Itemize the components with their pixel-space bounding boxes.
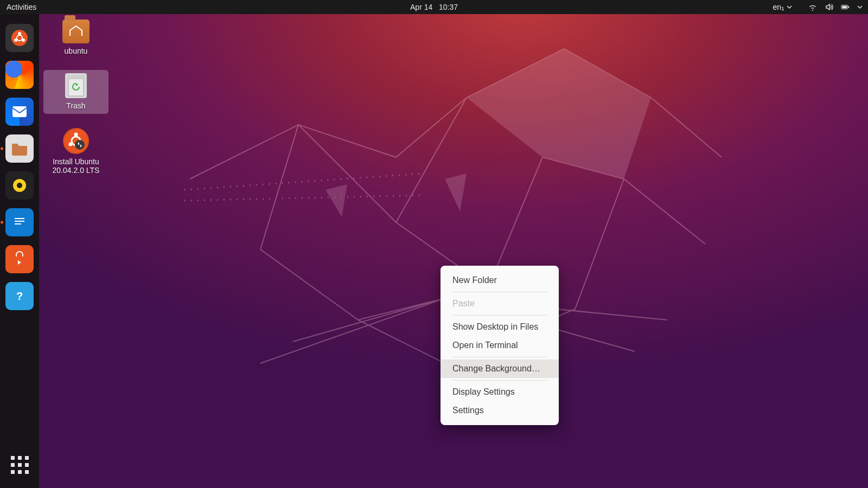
svg-rect-23 xyxy=(15,223,21,224)
battery-icon xyxy=(841,3,850,11)
folder-home-icon xyxy=(62,20,90,43)
svg-point-19 xyxy=(17,183,22,188)
thunderbird-icon[interactable] xyxy=(5,98,34,126)
menuitem-new-folder[interactable]: New Folder xyxy=(441,271,559,290)
menuitem-change-background[interactable]: Change Background… xyxy=(441,359,559,378)
firefox-icon[interactable] xyxy=(5,61,34,89)
svg-rect-22 xyxy=(15,221,24,222)
svg-marker-0 xyxy=(467,49,651,179)
svg-rect-27 xyxy=(67,75,85,79)
chevron-down-icon xyxy=(787,4,792,10)
input-source-label: en₁ xyxy=(773,3,784,11)
menuitem-paste: Paste xyxy=(441,294,559,313)
svg-point-29 xyxy=(74,132,78,136)
svg-rect-11 xyxy=(848,6,849,8)
desktop-icon-home[interactable]: ubuntu xyxy=(43,16,108,59)
svg-marker-1 xyxy=(326,184,347,217)
svg-line-3 xyxy=(184,174,423,190)
network-icon xyxy=(808,3,817,11)
rhythmbox-icon[interactable] xyxy=(5,171,34,200)
svg-rect-21 xyxy=(15,218,24,219)
software-icon[interactable] xyxy=(5,245,34,273)
desktop-icons: ubuntu Trash Install Ubuntu 20.04.2.0 LT… xyxy=(43,16,108,189)
help-icon[interactable]: ? xyxy=(5,282,34,310)
input-source-indicator[interactable]: en₁ xyxy=(773,3,792,11)
menu-separator xyxy=(452,357,547,357)
menuitem-open-in-terminal[interactable]: Open in Terminal xyxy=(441,336,559,355)
svg-point-33 xyxy=(75,140,85,150)
svg-rect-26 xyxy=(68,79,84,96)
clock-time: 10:37 xyxy=(439,3,458,11)
menu-separator xyxy=(452,380,547,381)
clock[interactable]: Apr 14 10:37 xyxy=(410,3,458,11)
volume-icon xyxy=(825,3,833,11)
menu-separator xyxy=(452,292,547,292)
desktop-icon-install-ubuntu[interactable]: Install Ubuntu 20.04.2.0 LTS xyxy=(43,125,108,179)
menuitem-show-desktop-in-files[interactable]: Show Desktop in Files xyxy=(441,318,559,336)
svg-marker-2 xyxy=(445,174,467,211)
svg-line-4 xyxy=(184,195,423,201)
activities-button[interactable]: Activities xyxy=(0,3,43,11)
desktop-context-menu: New Folder Paste Show Desktop in Files O… xyxy=(441,266,559,425)
desktop-icon-label: ubuntu xyxy=(46,47,106,56)
menuitem-display-settings[interactable]: Display Settings xyxy=(441,383,559,401)
ubuntu-installer-icon xyxy=(63,128,89,154)
svg-text:?: ? xyxy=(16,290,23,302)
files-icon[interactable] xyxy=(5,134,34,163)
clock-date: Apr 14 xyxy=(410,3,432,11)
trash-icon xyxy=(65,73,87,98)
svg-rect-17 xyxy=(12,106,27,117)
chevron-down-icon xyxy=(857,4,863,10)
dashboard-icon[interactable] xyxy=(5,24,34,52)
svg-line-6 xyxy=(293,298,445,342)
svg-rect-20 xyxy=(12,214,27,231)
menu-separator xyxy=(452,315,547,316)
desktop-icon-trash[interactable]: Trash xyxy=(43,70,108,114)
top-bar: Activities Apr 14 10:37 en₁ xyxy=(0,0,868,14)
desktop-wallpaper[interactable] xyxy=(0,0,868,488)
desktop-icon-label: Install Ubuntu 20.04.2.0 LTS xyxy=(46,157,106,176)
dock: ? xyxy=(0,14,39,488)
svg-line-5 xyxy=(260,298,445,363)
svg-rect-10 xyxy=(842,6,847,8)
writer-icon[interactable] xyxy=(5,208,34,236)
menuitem-settings[interactable]: Settings xyxy=(441,401,559,420)
show-applications-icon[interactable] xyxy=(8,453,31,476)
status-area[interactable]: en₁ xyxy=(773,3,863,11)
desktop-icon-label: Trash xyxy=(46,101,106,111)
